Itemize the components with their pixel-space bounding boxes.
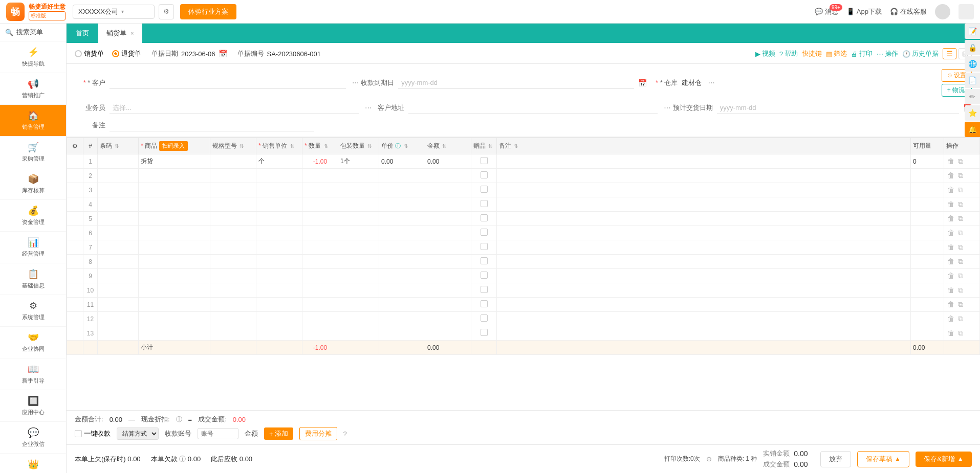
row-spec-0[interactable]	[210, 154, 256, 169]
row-amount-10[interactable]	[425, 298, 471, 312]
sort-price-icon[interactable]: ⇅	[404, 143, 408, 149]
sidebar-item-quick-nav[interactable]: ⚡ 快捷导航	[0, 41, 66, 73]
tab-close-icon[interactable]: ×	[130, 30, 134, 36]
gift-checkbox-9[interactable]	[481, 286, 488, 293]
row-remark-3[interactable]	[497, 197, 911, 212]
salesman-dots-button[interactable]: ···	[363, 104, 374, 112]
row-amount-3[interactable]	[425, 197, 471, 212]
gift-checkbox-0[interactable]	[481, 157, 488, 164]
copy-row-10-icon[interactable]: ⧉	[957, 300, 964, 308]
payment-date-input[interactable]	[398, 77, 634, 89]
row-barcode-7[interactable]	[98, 255, 139, 269]
row-product-2[interactable]	[139, 183, 210, 197]
type-sales-radio[interactable]: 销货单	[75, 49, 104, 58]
row-unit-7[interactable]	[256, 255, 302, 269]
gift-checkbox-4[interactable]	[481, 214, 488, 221]
row-barcode-5[interactable]	[98, 226, 139, 240]
sidebar-item-basics[interactable]: 📋 基础信息	[0, 263, 66, 295]
copy-row-7-icon[interactable]: ⧉	[957, 257, 964, 265]
shortcut-button[interactable]: 快捷键	[802, 49, 822, 58]
float-notes-button[interactable]: 📝	[965, 24, 980, 39]
row-price-2[interactable]	[379, 183, 425, 197]
float-notify-button[interactable]: 🔔	[965, 122, 980, 137]
settings-gear-button[interactable]: ⚙	[159, 4, 174, 19]
row-price-8[interactable]	[379, 269, 425, 283]
copy-row-3-icon[interactable]: ⧉	[957, 200, 964, 208]
discount-info-icon[interactable]: ⓘ	[176, 415, 182, 424]
row-remark-8[interactable]	[497, 269, 911, 283]
row-pkg-2[interactable]	[338, 183, 379, 197]
copy-row-12-icon[interactable]: ⧉	[957, 329, 964, 337]
row-qty-6[interactable]	[302, 240, 338, 255]
delete-row-8-icon[interactable]: 🗑	[946, 272, 955, 280]
customer-dots-button[interactable]: ···	[350, 79, 361, 87]
row-spec-11[interactable]	[210, 312, 256, 326]
row-qty-9[interactable]	[302, 283, 338, 298]
price-info-icon[interactable]: ⓘ	[395, 143, 401, 149]
delete-row-1-icon[interactable]: 🗑	[946, 171, 955, 179]
row-spec-12[interactable]	[210, 326, 256, 341]
row-price-3[interactable]	[379, 197, 425, 212]
row-amount-1[interactable]	[425, 169, 471, 183]
row-amount-7[interactable]	[425, 255, 471, 269]
sort-pkg-icon[interactable]: ⇅	[367, 143, 372, 149]
gift-checkbox-7[interactable]	[481, 257, 488, 264]
row-price-0[interactable]: 0.00	[379, 154, 425, 169]
sidebar-item-wechat[interactable]: 💬 企业微信	[0, 422, 66, 454]
row-amount-12[interactable]	[425, 326, 471, 341]
sidebar-item-guide[interactable]: 📖 新手引导	[0, 358, 66, 390]
delete-row-12-icon[interactable]: 🗑	[946, 329, 955, 337]
sidebar-item-system[interactable]: ⚙ 系统管理	[0, 295, 66, 327]
float-doc-button[interactable]: 📄	[965, 73, 980, 88]
copy-row-1-icon[interactable]: ⧉	[957, 171, 964, 179]
row-spec-4[interactable]	[210, 212, 256, 226]
float-star-button[interactable]: ⭐	[965, 105, 980, 121]
row-product-8[interactable]	[139, 269, 210, 283]
avatar[interactable]	[935, 4, 950, 19]
row-gift-4[interactable]	[471, 212, 497, 226]
row-product-4[interactable]	[139, 212, 210, 226]
gift-checkbox-2[interactable]	[481, 186, 488, 193]
row-qty-7[interactable]	[302, 255, 338, 269]
delete-row-0-icon[interactable]: 🗑	[946, 157, 955, 165]
row-unit-3[interactable]	[256, 197, 302, 212]
list-view-button[interactable]: ☰	[943, 48, 956, 59]
customer-input[interactable]	[110, 77, 346, 89]
row-barcode-4[interactable]	[98, 212, 139, 226]
account-input[interactable]	[198, 428, 238, 439]
row-remark-6[interactable]	[497, 240, 911, 255]
row-gift-11[interactable]	[471, 312, 497, 326]
delete-row-3-icon[interactable]: 🗑	[946, 200, 955, 208]
row-product-0[interactable]: 拆货	[139, 154, 210, 169]
gift-checkbox-5[interactable]	[481, 229, 488, 236]
sidebar-item-sales[interactable]: 🏠 销售管理	[0, 105, 66, 137]
row-gift-2[interactable]	[471, 183, 497, 197]
trial-button[interactable]: 体验行业方案	[180, 4, 236, 19]
row-price-7[interactable]	[379, 255, 425, 269]
row-unit-8[interactable]	[256, 269, 302, 283]
row-spec-2[interactable]	[210, 183, 256, 197]
row-spec-7[interactable]	[210, 255, 256, 269]
row-gift-7[interactable]	[471, 255, 497, 269]
row-gift-12[interactable]	[471, 326, 497, 341]
save-new-button[interactable]: 保存&新增 ▲	[916, 452, 972, 467]
copy-row-0-icon[interactable]: ⧉	[957, 157, 964, 165]
settlement-method-select[interactable]: 结算方式	[117, 427, 159, 440]
delete-row-11-icon[interactable]: 🗑	[946, 314, 955, 323]
sort-spec-icon[interactable]: ⇅	[239, 143, 244, 149]
discard-button[interactable]: 放弃	[820, 451, 851, 467]
sidebar-item-purchase[interactable]: 🛒 采购管理	[0, 137, 66, 168]
sort-gift-icon[interactable]: ⇅	[488, 143, 492, 149]
row-price-4[interactable]	[379, 212, 425, 226]
delete-row-6-icon[interactable]: 🗑	[946, 243, 955, 251]
print-settings-icon[interactable]: ⊙	[706, 455, 712, 463]
row-unit-1[interactable]	[256, 169, 302, 183]
sidebar-item-member[interactable]: 👑 畅会员	[0, 454, 66, 473]
copy-row-6-icon[interactable]: ⧉	[957, 243, 964, 251]
copy-row-5-icon[interactable]: ⧉	[957, 229, 964, 237]
row-remark-9[interactable]	[497, 283, 911, 298]
row-qty-8[interactable]	[302, 269, 338, 283]
row-spec-1[interactable]	[210, 169, 256, 183]
row-amount-9[interactable]	[425, 283, 471, 298]
address-dots-button[interactable]: ···	[662, 104, 672, 112]
